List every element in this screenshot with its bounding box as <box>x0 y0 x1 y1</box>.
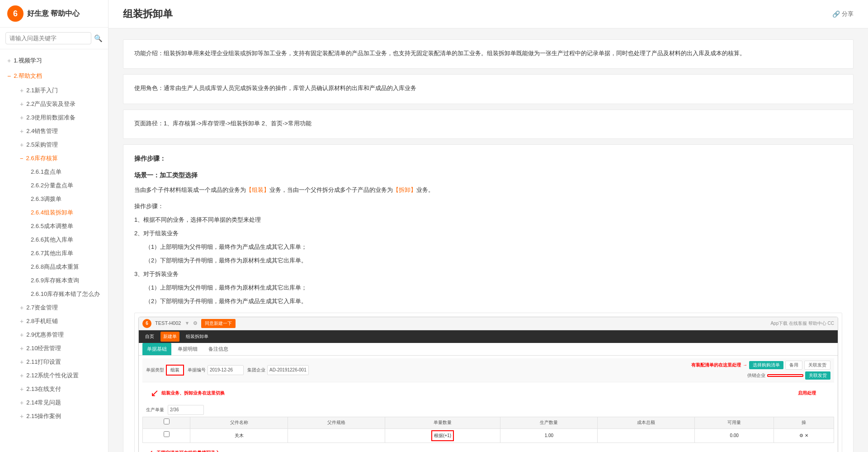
sidebar-item-2-6[interactable]: − 2.6库存核算 <box>13 152 108 165</box>
sidebar-item-2-11[interactable]: + 2.11打印设置 <box>13 355 108 369</box>
mock-tab-detail[interactable]: 单据明细 <box>173 343 202 356</box>
col-parent-spec: 父件规格 <box>288 417 385 428</box>
bottom-annotation-row: ↙ 无固定清单可在组批量填写录入 <box>146 445 834 452</box>
select-all[interactable] <box>164 419 170 424</box>
mock-nav-list[interactable]: 组装拆卸单 <box>183 332 211 342</box>
intro-card: 功能介绍：组装拆卸单用来处理企业组装或拆卸等加工业务，支持有固定装配清单的产品加… <box>123 39 854 69</box>
cell-parent-name: 关木 <box>190 428 288 442</box>
mock-company: TEST-H002 <box>155 319 181 328</box>
col-parent-name: 父件名称 <box>190 417 288 428</box>
sidebar-item-2-6-1[interactable]: 2.6.1盘点单 <box>24 165 108 179</box>
step3: 3、对于拆装业务 <box>134 268 842 280</box>
sidebar-item-docs[interactable]: − 2.帮助文档 <box>0 68 108 84</box>
type-select[interactable]: 组装 <box>166 365 184 376</box>
sidebar-label: 2.8手机旺铺 <box>26 317 58 325</box>
sidebar-item-2-10[interactable]: + 2.10经营管理 <box>13 342 108 355</box>
nav-list: + 1.视频学习 − 2.帮助文档 + 2.1新手入门 + 2.2产品安装及登录… <box>0 49 108 452</box>
expand-icon: + <box>7 57 11 64</box>
mock-nav-new[interactable]: 新建单 <box>160 332 179 342</box>
sidebar-item-2-1[interactable]: + 2.1新手入门 <box>13 84 108 97</box>
mock-nav-home[interactable]: 自页 <box>142 332 157 342</box>
col-op: 操 <box>774 417 834 428</box>
qty-row: 生产单量 2/36 <box>142 404 834 417</box>
sidebar-item-2-6-4[interactable]: 2.6.4组装拆卸单 <box>24 206 108 219</box>
sidebar-item-2-4[interactable]: + 2.4销售管理 <box>13 124 108 138</box>
mock-btn-ship[interactable]: 关联发货 <box>804 361 830 370</box>
sidebar-item-2-6-6[interactable]: 2.6.6其他入库单 <box>24 233 108 247</box>
sidebar-item-2-9[interactable]: + 2.9优惠券管理 <box>13 328 108 342</box>
share-label: 分享 <box>842 10 854 18</box>
mock-nav: 自页 新建单 组装拆卸单 <box>139 330 838 343</box>
expand-icon: + <box>20 100 24 108</box>
search-button[interactable]: 🔍 <box>94 34 103 43</box>
share-icon: 🔗 <box>832 10 840 18</box>
sidebar-sub-docs: + 2.1新手入门 + 2.2产品安装及登录 + 2.3使用前数据准备 + 2.… <box>0 84 108 423</box>
step3-2: （2）下部明细为子件明细，最终作为产成品生成其它入库单。 <box>134 295 842 307</box>
search-box: 🔍 <box>0 28 108 49</box>
sidebar-item-2-6-5[interactable]: 2.6.5成本调整单 <box>24 219 108 233</box>
scenario1-desc: 当由多个子件材料组装成一个成品的业务为【组装】业务，当由一个父件拆分成多个子产品… <box>134 184 842 196</box>
role-card: 使用角色：通常由生产人员或库管人员完成拆装业务的操作，库管人员确认原材料的出库和… <box>123 74 854 104</box>
sidebar-item-2-3[interactable]: + 2.3使用前数据准备 <box>13 111 108 124</box>
cell-op-btns: ⚙ ✕ <box>774 428 834 442</box>
main-header: 组装拆卸单 🔗 分享 <box>108 0 868 29</box>
expand-icon: + <box>20 128 24 135</box>
annotation-enable: 启用处理 <box>798 389 816 397</box>
expand-icon: + <box>20 114 24 121</box>
sidebar-label: 2.6.4组装拆卸单 <box>31 209 73 217</box>
sidebar-label: 2.10经营管理 <box>26 344 61 352</box>
sidebar-label: 2.6.10库存账本错了怎么办 <box>31 290 100 298</box>
sidebar-sub-2-6: 2.6.1盘点单 2.6.2分量盘点单 2.6.3调拨单 2.6.4组装拆卸单 … <box>13 165 108 301</box>
sidebar-item-2-6-3[interactable]: 2.6.3调拨单 <box>24 192 108 206</box>
sidebar-item-2-2[interactable]: + 2.2产品安装及登录 <box>13 97 108 111</box>
mock-btn-bom[interactable]: 选择购购清单 <box>749 361 783 369</box>
sidebar-item-2-8[interactable]: + 2.8手机旺铺 <box>13 314 108 328</box>
qty-input[interactable]: 2/36 <box>168 405 204 415</box>
logo-icon: 6 <box>7 5 24 22</box>
screenshot-container: 6 TEST-H002 ▼ ⚙ 同意新建一下 App下载 在线客服 帮助中心 C… <box>134 313 842 452</box>
sidebar-item-2-6-10[interactable]: 2.6.10库存账本错了怎么办 <box>24 287 108 301</box>
sidebar-item-2-12[interactable]: + 2.12系统个性化设置 <box>13 369 108 382</box>
steps-title: 操作步骤： <box>134 153 842 164</box>
mock-form-bar: 单据类型 组装 单据编号 2019-12-26 集团企业 AD-20191226… <box>142 358 834 382</box>
sidebar-logo: 6 好生意 帮助中心 <box>0 0 108 28</box>
sidebar-item-video[interactable]: + 1.视频学习 <box>0 53 108 68</box>
col-prod-qty: 生产数量 <box>500 417 598 428</box>
sidebar-label: 2.7资金管理 <box>26 304 58 312</box>
sidebar-item-2-14[interactable]: + 2.14常见问题 <box>13 396 108 409</box>
field-date: 单据编号 2019-12-26 <box>188 365 244 375</box>
op-icon[interactable]: ⚙ <box>799 433 803 438</box>
op-steps-title: 操作步骤： <box>134 200 842 212</box>
mock-btn-backup[interactable]: 备用 <box>785 361 802 370</box>
field-supplier-input[interactable] <box>767 374 803 377</box>
sidebar-label: 2.6.8商品成本重算 <box>31 263 79 271</box>
qty-highlight: 根据(+1) <box>431 430 454 441</box>
sidebar-item-2-5[interactable]: + 2.5采购管理 <box>13 138 108 152</box>
sidebar-item-2-13[interactable]: + 2.13在线支付 <box>13 382 108 396</box>
sidebar-item-2-7[interactable]: + 2.7资金管理 <box>13 301 108 314</box>
search-input[interactable] <box>5 32 91 44</box>
sidebar-item-2-6-7[interactable]: 2.6.7其他出库单 <box>24 247 108 260</box>
mock-tab-other[interactable]: 备注信息 <box>204 343 233 356</box>
sidebar-item-2-6-2[interactable]: 2.6.2分量盘点单 <box>24 179 108 192</box>
mock-btn-confirm[interactable]: 关联发货 <box>805 371 830 380</box>
share-button[interactable]: 🔗 分享 <box>832 10 854 18</box>
step3-1: （1）上部明细为父件明细，最终作为原材料生成其它出库单； <box>134 282 842 294</box>
sidebar-label: 2.2产品安装及登录 <box>26 100 75 108</box>
mock-logo: 6 <box>142 319 151 328</box>
sidebar-label: 2.3使用前数据准备 <box>26 114 75 122</box>
sidebar-label: 2.12系统个性化设置 <box>26 371 79 380</box>
mock-neworder-btn[interactable]: 同意新建一下 <box>201 319 236 328</box>
sidebar-label: 2.13在线支付 <box>26 385 61 393</box>
col-checkbox <box>143 417 190 428</box>
role-text: 使用角色：通常由生产人员或库管人员完成拆装业务的操作，库管人员确认原材料的出库和… <box>134 83 842 93</box>
delete-icon[interactable]: ✕ <box>805 433 808 438</box>
sidebar-item-2-6-8[interactable]: 2.6.8商品成本重算 <box>24 260 108 274</box>
field-group-input[interactable]: AD-20191226-001 <box>267 365 309 375</box>
sidebar-item-2-6-9[interactable]: 2.6.9库存账本查询 <box>24 274 108 287</box>
op-steps: 操作步骤： 1、根据不同的业务，选择不同单据的类型来处理 2、对于组装业务 （1… <box>134 200 842 307</box>
mock-tab-form[interactable]: 单据基础 <box>142 343 171 356</box>
field-date-input[interactable]: 2019-12-26 <box>208 365 244 375</box>
sidebar-item-2-15[interactable]: + 2.15操作案例 <box>13 409 108 423</box>
step2-1: （1）上部明细为父件明细，最终作为产成品生成其它入库单； <box>134 241 842 253</box>
